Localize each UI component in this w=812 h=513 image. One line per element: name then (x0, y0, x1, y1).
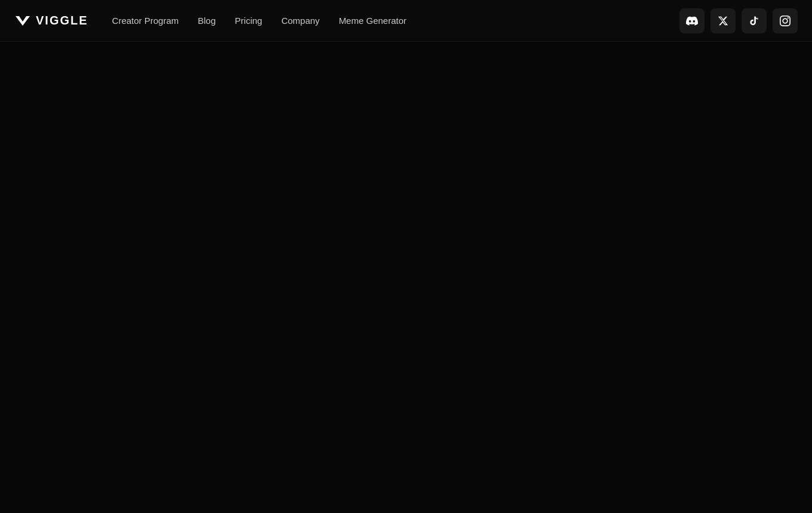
twitter-icon (718, 16, 728, 26)
header-right (679, 8, 798, 33)
nav-item-creator-program[interactable]: Creator Program (112, 16, 179, 26)
logo-text: VIGGLE (36, 14, 88, 27)
logo[interactable]: VIGGLE (14, 13, 88, 29)
instagram-icon (780, 16, 791, 26)
site-header: VIGGLE Creator Program Blog Pricing Comp… (0, 0, 812, 42)
nav-item-pricing[interactable]: Pricing (235, 16, 262, 26)
main-nav: Creator Program Blog Pricing Company Mem… (112, 16, 407, 26)
instagram-button[interactable] (773, 8, 798, 33)
tiktok-icon (749, 16, 759, 26)
discord-icon (686, 15, 698, 27)
tiktok-button[interactable] (742, 8, 767, 33)
nav-item-company[interactable]: Company (281, 16, 319, 26)
twitter-button[interactable] (710, 8, 736, 33)
discord-button[interactable] (679, 8, 705, 33)
nav-item-meme-generator[interactable]: Meme Generator (339, 16, 406, 26)
header-left: VIGGLE Creator Program Blog Pricing Comp… (14, 13, 407, 29)
nav-item-blog[interactable]: Blog (198, 16, 216, 26)
main-content (0, 42, 812, 513)
svg-marker-0 (16, 16, 30, 26)
viggle-v-icon (14, 13, 31, 29)
